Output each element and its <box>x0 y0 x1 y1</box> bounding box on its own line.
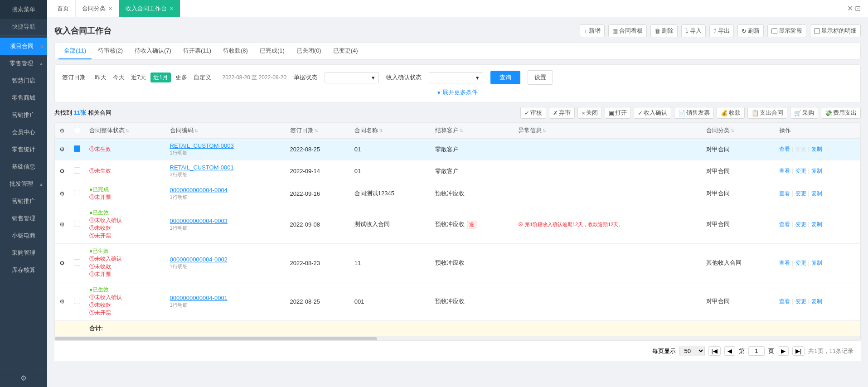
row-checkbox[interactable] <box>69 182 85 205</box>
filter-tab-pending-invoice[interactable]: 待开票(11) <box>178 43 217 59</box>
sidebar-item-marketing[interactable]: 营销推广 <box>0 106 47 124</box>
row-code-link[interactable]: RETAIL_CUSTOM-0001 <box>170 164 234 171</box>
row-action-变更[interactable]: 变更 <box>795 221 806 228</box>
header-action-import[interactable]: ⤵导入 <box>681 24 706 37</box>
row-action-复制[interactable]: 复制 <box>811 221 822 228</box>
tab-contract-category[interactable]: 合同分类✕ <box>76 0 119 17</box>
scroll-bar[interactable] <box>55 337 860 340</box>
window-close-button[interactable]: ✕ ⊡ <box>844 4 864 13</box>
sidebar-item-retail-mgmt[interactable]: 零售管理▲ <box>0 55 47 72</box>
sidebar-search[interactable]: 搜索菜单 <box>0 0 47 19</box>
per-page-select[interactable]: 50 100 200 <box>679 346 705 356</box>
next-page-button[interactable]: ▶ <box>778 346 789 356</box>
date-opt-custom[interactable]: 自定义 <box>192 73 213 82</box>
row-action-变更[interactable]: 变更 <box>795 298 806 305</box>
row-code-link[interactable]: 0000000000004-0001 <box>170 295 228 301</box>
sidebar-item-project[interactable]: 项目合同◀ <box>0 38 47 55</box>
sidebar-item-retail-mall[interactable]: 零售商城 <box>0 89 47 106</box>
last-page-button[interactable]: ▶| <box>792 346 805 356</box>
setting-button[interactable]: 设置 <box>528 70 553 85</box>
prev-page-button[interactable]: ◀ <box>724 346 735 356</box>
settings-col-header[interactable]: ⚙ <box>55 123 69 139</box>
row-settings-icon[interactable]: ⚙ <box>55 182 69 205</box>
settings-icon[interactable]: ⚙ <box>20 374 27 382</box>
date-opt-yesterday[interactable]: 昨天 <box>93 73 108 82</box>
checkbox-col-header[interactable] <box>69 123 85 139</box>
row-action-复制[interactable]: 复制 <box>811 145 822 153</box>
date-opt-last1month[interactable]: 近1月 <box>150 73 171 82</box>
checkbox-show-marks[interactable] <box>814 28 820 34</box>
table-action-expense-out[interactable]: 📋支出合同 <box>747 107 787 119</box>
sidebar-item-ecommerce[interactable]: 小畅电商 <box>0 227 47 244</box>
doc-status-select[interactable]: ▾ <box>325 72 379 83</box>
tab-income-workbench[interactable]: 收入合同工作台✕ <box>119 0 180 17</box>
row-code-link[interactable]: 0000000000004-0002 <box>170 256 228 263</box>
row-action-变更[interactable]: 变更 <box>795 190 806 198</box>
row-checkbox[interactable] <box>69 139 85 160</box>
table-action-close[interactable]: ×关闭 <box>577 107 602 119</box>
row-code-link[interactable]: 0000000000004-0004 <box>170 187 228 194</box>
row-settings-icon[interactable]: ⚙ <box>55 160 69 182</box>
header-action-show-fields[interactable]: 显示阶段 <box>767 24 806 37</box>
table-action-abandon[interactable]: ✗弃审 <box>549 107 575 119</box>
table-action-income-confirm[interactable]: ✓收入确认 <box>634 107 671 119</box>
sidebar-nav[interactable]: 快捷导航 <box>0 19 47 36</box>
row-checkbox[interactable] <box>69 160 85 182</box>
row-settings-icon[interactable]: ⚙ <box>55 244 69 282</box>
row-action-变更[interactable]: 变更 <box>795 167 806 175</box>
confirm-status-select[interactable]: ▾ <box>429 72 483 83</box>
tab-close-income-workbench[interactable]: ✕ <box>170 6 174 12</box>
filter-tab-all[interactable]: 全部(11) <box>58 43 92 59</box>
date-opt-last7[interactable]: 近7天 <box>129 73 148 82</box>
sidebar-item-basic-info[interactable]: 基础信息 <box>0 158 47 175</box>
query-button[interactable]: 查询 <box>490 71 520 84</box>
sidebar-item-member[interactable]: 会员中心 <box>0 124 47 141</box>
filter-tab-changed[interactable]: 已变更(4) <box>328 43 364 59</box>
row-action-查看[interactable]: 查看 <box>779 190 790 198</box>
sidebar-item-purchase[interactable]: 采购管理 <box>0 244 47 261</box>
row-checkbox[interactable] <box>69 244 85 282</box>
filter-tab-completed[interactable]: 已完成(1) <box>254 43 290 59</box>
header-action-export[interactable]: ⤴导出 <box>709 24 734 37</box>
table-action-open[interactable]: ▣打开 <box>605 107 631 119</box>
expand-filter-button[interactable]: ▾ 展开更多条件 <box>62 88 853 97</box>
date-opt-more[interactable]: 更多 <box>174 73 189 82</box>
row-action-查看[interactable]: 查看 <box>779 167 790 175</box>
table-action-audit[interactable]: ✓审核 <box>520 107 546 119</box>
table-action-fee-out[interactable]: 💸费用支出 <box>821 107 861 119</box>
sidebar-item-retail-stats[interactable]: 零售统计 <box>0 141 47 158</box>
row-settings-icon[interactable]: ⚙ <box>55 282 69 321</box>
header-action-refresh[interactable]: ↻刷新 <box>737 24 764 37</box>
row-settings-icon[interactable]: ⚙ <box>55 205 69 244</box>
header-action-add[interactable]: +新增 <box>580 24 605 37</box>
row-action-查看[interactable]: 查看 <box>779 221 790 228</box>
sidebar-item-smart-store[interactable]: 智慧门店 <box>0 72 47 89</box>
row-action-查看[interactable]: 查看 <box>779 298 790 305</box>
filter-tab-closed[interactable]: 已关闭(0) <box>291 43 327 59</box>
table-action-sales-invoice[interactable]: 📄销售发票 <box>674 107 714 119</box>
sidebar-item-wholesale[interactable]: 批发管理▲ <box>0 175 47 193</box>
tab-close-contract-category[interactable]: ✕ <box>108 6 112 12</box>
header-action-kanban[interactable]: ▦合同看板 <box>608 24 647 37</box>
row-settings-icon[interactable]: ⚙ <box>55 139 69 160</box>
row-checkbox[interactable] <box>69 282 85 321</box>
row-action-查看[interactable]: 查看 <box>779 145 790 153</box>
filter-tab-pending-confirm[interactable]: 待收入确认(7) <box>129 43 177 59</box>
header-action-show-marks[interactable]: 显示标的明细 <box>810 24 861 37</box>
page-input[interactable] <box>748 346 765 356</box>
filter-tab-pending-review[interactable]: 待审核(2) <box>92 43 128 59</box>
row-action-变更[interactable]: 变更 <box>795 259 806 267</box>
filter-tab-pending-collect[interactable]: 待收款(8) <box>218 43 253 59</box>
row-action-复制[interactable]: 复制 <box>811 167 822 175</box>
row-code-link[interactable]: 0000000000004-0003 <box>170 218 228 224</box>
first-page-button[interactable]: |◀ <box>708 346 721 356</box>
sidebar-item-inventory[interactable]: 库存核算 <box>0 261 47 279</box>
date-opt-today[interactable]: 今天 <box>111 73 126 82</box>
row-action-复制[interactable]: 复制 <box>811 298 822 305</box>
tab-home[interactable]: 首页 <box>51 0 76 17</box>
header-action-delete[interactable]: 🗑删除 <box>650 24 678 37</box>
table-action-collect[interactable]: 💰收款 <box>717 107 745 119</box>
row-checkbox[interactable] <box>69 205 85 244</box>
sidebar-item-sales-mgmt[interactable]: 销售管理 <box>0 210 47 227</box>
table-action-purchase[interactable]: 🛒采购 <box>790 107 818 119</box>
